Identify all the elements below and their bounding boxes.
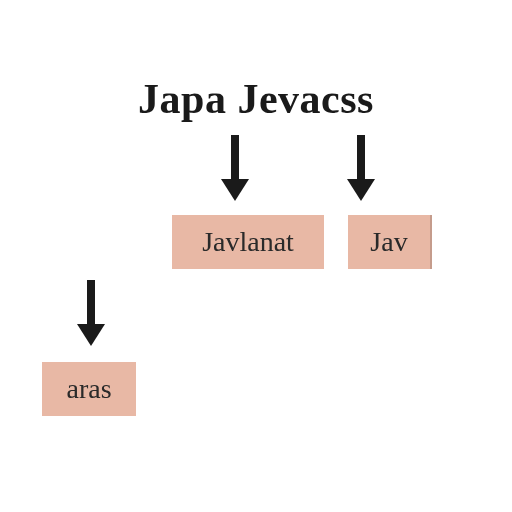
node-box: aras bbox=[42, 362, 136, 416]
node-box: Jav bbox=[348, 215, 432, 269]
arrow-down-icon bbox=[217, 135, 253, 207]
arrow-down-icon bbox=[73, 280, 109, 352]
node-box: Javlanat bbox=[172, 215, 324, 269]
diagram-title: Japa Jevacss bbox=[0, 75, 512, 123]
arrow-down-icon bbox=[343, 135, 379, 207]
